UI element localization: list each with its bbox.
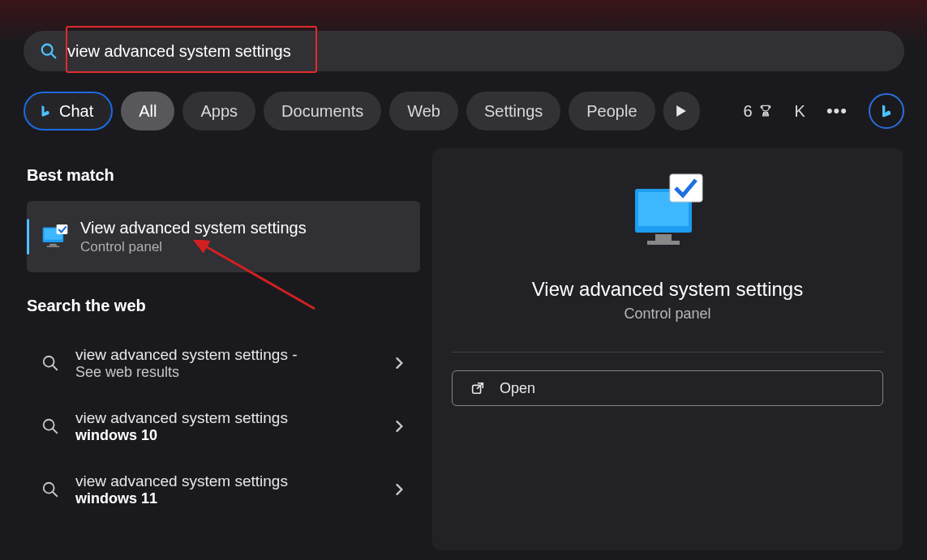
- best-match-text: View advanced system settings Control pa…: [80, 219, 307, 255]
- best-match-result[interactable]: View advanced system settings Control pa…: [27, 201, 420, 272]
- svg-rect-4: [49, 244, 56, 246]
- svg-line-1: [51, 53, 56, 58]
- user-avatar-initial[interactable]: K: [795, 102, 805, 121]
- search-icon: [41, 481, 59, 498]
- svg-line-12: [53, 492, 58, 497]
- svg-rect-6: [57, 224, 68, 234]
- result-subtitle: Control panel: [80, 239, 307, 255]
- preview-subtitle: Control panel: [624, 306, 710, 323]
- filter-more[interactable]: [663, 92, 700, 130]
- svg-rect-17: [670, 174, 702, 202]
- rewards-count: 6: [743, 102, 752, 121]
- header-right: 6 K •••: [743, 93, 904, 129]
- web-line1: view advanced system settings: [75, 472, 394, 490]
- web-line1: view advanced system settings -: [75, 346, 394, 364]
- svg-line-10: [53, 429, 58, 434]
- play-icon: [676, 105, 686, 117]
- web-line2: windows 10: [75, 427, 394, 444]
- web-result-text: view advanced system settings windows 10: [75, 409, 394, 444]
- open-external-icon: [470, 381, 485, 395]
- content-area: Best match View advanced system settings…: [0, 148, 927, 560]
- svg-rect-5: [47, 246, 59, 247]
- search-web-header: Search the web: [27, 297, 432, 315]
- web-result-item[interactable]: view advanced system settings windows 10: [27, 395, 420, 458]
- preview-title: View advanced system settings: [532, 278, 803, 301]
- filter-web[interactable]: Web: [389, 92, 458, 130]
- filter-all[interactable]: All: [121, 92, 174, 130]
- more-options-button[interactable]: •••: [826, 100, 848, 122]
- svg-rect-15: [655, 234, 672, 241]
- filter-settings[interactable]: Settings: [466, 92, 560, 130]
- chat-filter-pill[interactable]: Chat: [24, 92, 113, 130]
- chevron-right-icon: [394, 484, 406, 495]
- web-result-item[interactable]: view advanced system settings - See web …: [27, 331, 420, 395]
- rewards-counter[interactable]: 6: [743, 102, 773, 121]
- best-match-header: Best match: [27, 166, 432, 185]
- control-panel-icon: [41, 224, 69, 249]
- bing-icon: [38, 104, 53, 118]
- filter-documents[interactable]: Documents: [264, 92, 381, 130]
- web-line2: See web results: [75, 364, 394, 381]
- web-result-item[interactable]: view advanced system settings windows 11: [27, 458, 420, 521]
- results-panel: Best match View advanced system settings…: [0, 148, 432, 560]
- search-bar[interactable]: [24, 31, 904, 71]
- bing-icon: [878, 103, 895, 119]
- chevron-right-icon: [394, 421, 406, 432]
- divider: [452, 352, 883, 353]
- result-title: View advanced system settings: [80, 219, 307, 237]
- filter-apps[interactable]: Apps: [182, 92, 255, 130]
- search-icon: [41, 417, 59, 435]
- chat-label: Chat: [59, 102, 93, 121]
- trophy-icon: [757, 103, 774, 119]
- svg-rect-16: [647, 241, 680, 245]
- open-label: Open: [500, 380, 535, 397]
- filter-people[interactable]: People: [569, 92, 654, 130]
- web-result-text: view advanced system settings windows 11: [75, 472, 394, 507]
- open-button[interactable]: Open: [452, 370, 883, 406]
- preview-panel: View advanced system settings Control pa…: [432, 148, 903, 550]
- web-line2: windows 11: [75, 490, 394, 507]
- bing-chat-button[interactable]: [869, 93, 904, 129]
- search-input[interactable]: [67, 42, 888, 61]
- svg-line-8: [53, 365, 58, 370]
- filter-bar: Chat All Apps Documents Web Settings Peo…: [24, 92, 904, 130]
- chevron-right-icon: [394, 357, 406, 369]
- web-result-text: view advanced system settings - See web …: [75, 346, 394, 381]
- preview-icon: [631, 173, 704, 254]
- web-line1: view advanced system settings: [75, 409, 394, 427]
- search-icon: [40, 42, 58, 60]
- search-icon: [41, 354, 59, 372]
